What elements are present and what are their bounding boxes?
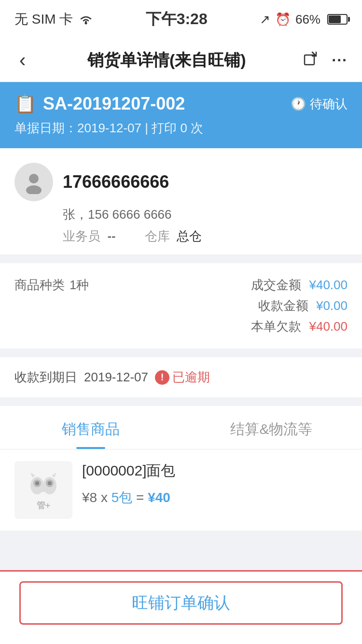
share-icon[interactable] (303, 49, 320, 71)
product-name: [0000002]面包 (82, 461, 348, 481)
product-type-label: 商品种类 (14, 277, 65, 294)
quantity: 5包 (111, 490, 133, 505)
svg-marker-12 (52, 473, 56, 477)
received-amount: 收款金额 ¥0.00 (258, 297, 348, 314)
back-button[interactable]: ‹ (14, 44, 30, 76)
clock-icon: 🕐 (291, 97, 306, 112)
total-price: ¥40 (148, 490, 170, 505)
order-header-card: 📋 SA-20191207-002 🕐 待确认 单据日期：2019-12-07 … (0, 82, 362, 148)
product-type-value: 1种 (70, 277, 89, 294)
tabs-section: 销售商品 结算&物流等 (0, 406, 362, 531)
multiply-sign: x (101, 490, 111, 505)
order-icon: 📋 (14, 94, 36, 114)
unit-price: ¥8 (82, 490, 97, 505)
salesperson-label: 业务员 -- (63, 228, 116, 245)
tab-settlement[interactable]: 结算&物流等 (181, 406, 362, 449)
wifi-icon (79, 14, 93, 25)
svg-marker-11 (30, 473, 35, 477)
product-thumbnail: 管+ (14, 461, 72, 519)
nav-bar: ‹ 销货单详情(来自旺铺) ··· (0, 39, 362, 82)
status-right: ↗ ⏰ 66% (260, 12, 348, 27)
svg-point-3 (26, 185, 42, 194)
bottom-action-area: 旺铺订单确认 (0, 570, 362, 644)
more-button[interactable]: ··· (332, 51, 348, 69)
product-price-row: ¥8 x 5包 = ¥40 (82, 489, 348, 507)
customer-phone: 17666666666 (63, 172, 169, 192)
svg-point-9 (48, 481, 52, 485)
status-bar: 无 SIM 卡 下午3:28 ↗ ⏰ 66% (0, 0, 362, 39)
equals-sign: = (136, 490, 148, 505)
summary-section: 商品种类 1种 成交金额 ¥40.00 收款金额 ¥0.00 本单欠款 ¥40.… (0, 263, 362, 349)
status-left: 无 SIM 卡 (14, 10, 93, 28)
debt-amount: 本单欠款 ¥40.00 (251, 318, 348, 335)
svg-point-8 (35, 481, 39, 485)
order-status-badge: 🕐 待确认 (291, 96, 348, 112)
battery-icon (327, 14, 348, 25)
amount-summary: 成交金额 ¥40.00 收款金额 ¥0.00 本单欠款 ¥40.00 (251, 277, 348, 335)
order-date: 单据日期：2019-12-07 | 打印 0 次 (14, 120, 348, 137)
svg-point-0 (85, 22, 87, 25)
product-logo (27, 469, 60, 498)
order-id: 📋 SA-20191207-002 (14, 94, 185, 114)
carrier-label: 无 SIM 卡 (14, 10, 73, 28)
due-date-section: 收款到期日 2019-12-07 ! 已逾期 (0, 357, 362, 397)
avatar (14, 163, 53, 201)
brand-label: 管+ (37, 500, 51, 511)
customer-name: 张，156 6666 6666 (63, 206, 348, 223)
customer-meta: 业务员 -- 仓库 总仓 (63, 228, 348, 245)
overdue-text: 已逾期 (172, 369, 210, 386)
customer-section: 17666666666 张，156 6666 6666 业务员 -- 仓库 总仓 (0, 148, 362, 254)
overdue-badge: ! 已逾期 (155, 369, 210, 386)
location-icon: ↗ (260, 12, 270, 27)
warehouse-label: 仓库 总仓 (145, 228, 202, 245)
product-details: [0000002]面包 ¥8 x 5包 = ¥40 (82, 461, 348, 507)
nav-actions: ··· (303, 49, 348, 71)
due-date-value: 2019-12-07 (84, 370, 148, 385)
transaction-amount: 成交金额 ¥40.00 (251, 277, 348, 294)
confirm-button[interactable]: 旺铺订单确认 (19, 581, 343, 625)
time-display: 下午3:28 (146, 9, 208, 30)
alarm-icon: ⏰ (275, 12, 291, 27)
overdue-icon: ! (155, 370, 169, 385)
product-type: 商品种类 1种 (14, 277, 89, 294)
due-date-label: 收款到期日 (14, 369, 77, 386)
table-row: 管+ [0000002]面包 ¥8 x 5包 = ¥40 (14, 461, 348, 519)
product-list: 管+ [0000002]面包 ¥8 x 5包 = ¥40 (0, 449, 362, 531)
tab-sales-products[interactable]: 销售商品 (0, 406, 181, 449)
page-title: 销货单详情(来自旺铺) (87, 49, 246, 71)
svg-point-2 (29, 174, 39, 183)
tabs-row: 销售商品 结算&物流等 (0, 406, 362, 449)
battery-percent: 66% (295, 12, 320, 27)
